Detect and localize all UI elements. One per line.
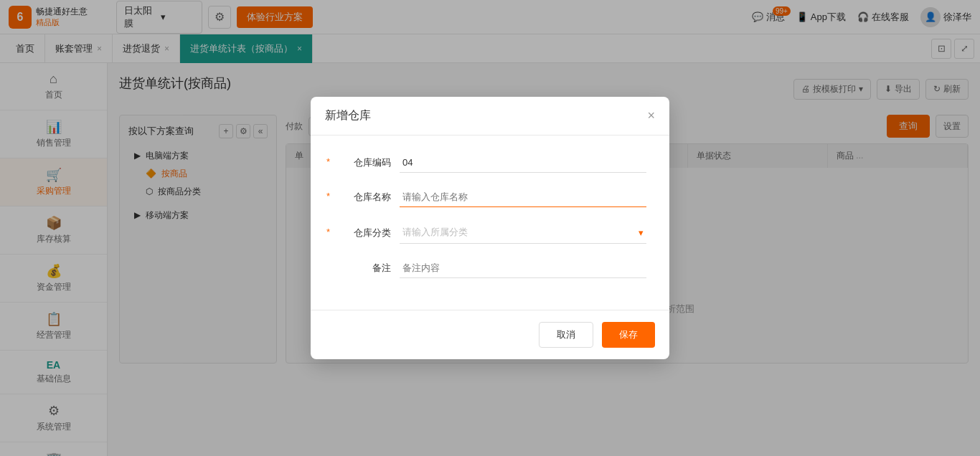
warehouse-remark-input[interactable]	[400, 258, 646, 278]
modal-close-button[interactable]: ×	[647, 108, 655, 123]
modal-title: 新增仓库	[325, 108, 371, 123]
warehouse-category-select[interactable]: 请输入所属分类 ▾	[400, 222, 646, 244]
modal-overlay: 新增仓库 × 仓库编码 仓库名称 仓库分类 请输入所属分类 ▾	[0, 0, 980, 456]
form-row-category: 仓库分类 请输入所属分类 ▾	[334, 222, 646, 244]
form-row-code: 仓库编码	[334, 153, 646, 173]
modal-footer: 取消 保存	[311, 310, 669, 359]
cancel-button[interactable]: 取消	[539, 322, 593, 348]
new-warehouse-modal: 新增仓库 × 仓库编码 仓库名称 仓库分类 请输入所属分类 ▾	[311, 97, 669, 359]
form-label-category: 仓库分类	[334, 227, 391, 239]
modal-header: 新增仓库 ×	[311, 97, 669, 136]
warehouse-name-input[interactable]	[400, 187, 646, 207]
form-row-name: 仓库名称	[334, 187, 646, 207]
select-chevron-icon: ▾	[639, 227, 644, 238]
form-row-remark: 备注	[334, 258, 646, 278]
warehouse-code-input[interactable]	[400, 153, 646, 173]
form-label-code: 仓库编码	[334, 156, 391, 169]
form-label-remark: 备注	[334, 262, 391, 275]
modal-body: 仓库编码 仓库名称 仓库分类 请输入所属分类 ▾ 备注	[311, 136, 669, 310]
save-button[interactable]: 保存	[602, 322, 655, 348]
form-label-name: 仓库名称	[334, 191, 391, 204]
